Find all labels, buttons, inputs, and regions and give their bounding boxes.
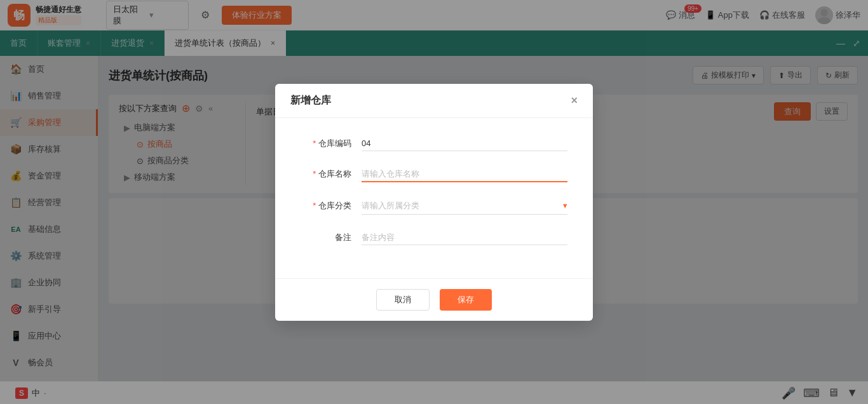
form-row-category: * 仓库分类 请输入所属分类 ▾ (301, 198, 567, 215)
category-label: * 仓库分类 (301, 200, 351, 212)
modal-header: 新增仓库 × (275, 84, 593, 118)
save-button[interactable]: 保存 (440, 289, 492, 311)
cancel-button[interactable]: 取消 (376, 289, 430, 311)
code-required-star: * (313, 138, 316, 148)
form-row-note: 备注 (301, 230, 567, 245)
name-label: * 仓库名称 (301, 168, 351, 180)
form-row-name: * 仓库名称 (301, 166, 567, 182)
modal-overlay: 新增仓库 × * 仓库编码 * 仓库名称 (0, 0, 868, 404)
code-label: * 仓库编码 (301, 138, 351, 149)
name-input[interactable] (362, 166, 567, 182)
note-label: 备注 (301, 232, 351, 243)
note-input[interactable] (362, 230, 567, 245)
modal-title: 新增仓库 (290, 94, 331, 107)
category-required-star: * (313, 201, 316, 210)
modal-close-button[interactable]: × (571, 94, 578, 107)
name-required-star: * (313, 169, 316, 178)
category-dropdown-arrow: ▾ (563, 201, 567, 210)
new-warehouse-modal: 新增仓库 × * 仓库编码 * 仓库名称 (275, 84, 593, 321)
category-select[interactable]: 请输入所属分类 ▾ (362, 198, 567, 215)
form-row-code: * 仓库编码 (301, 136, 567, 151)
code-input[interactable] (362, 136, 567, 151)
modal-footer: 取消 保存 (275, 278, 593, 321)
modal-body: * 仓库编码 * 仓库名称 * 仓库分类 请输入 (275, 118, 593, 278)
